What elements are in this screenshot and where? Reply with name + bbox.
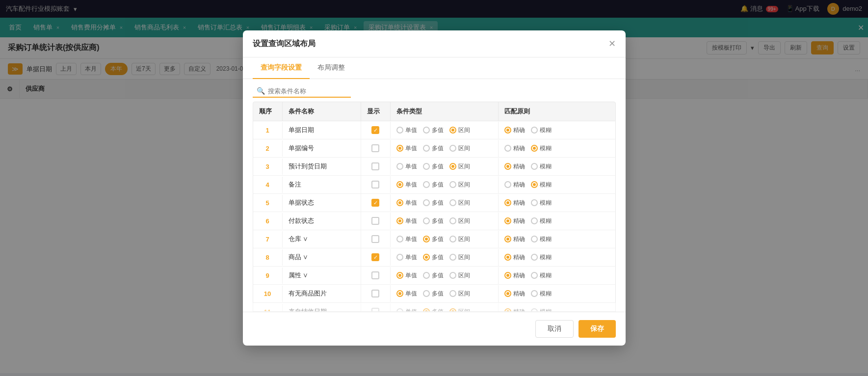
row-9-checkbox[interactable] (371, 271, 379, 279)
row-7-range[interactable]: 区间 (449, 235, 470, 243)
row-2-range[interactable]: 区间 (449, 144, 470, 153)
row-2-display[interactable] (361, 140, 391, 157)
row-7-checkbox[interactable] (371, 235, 379, 243)
row-1-single[interactable]: 单值 (396, 126, 417, 134)
row-1-fuzzy[interactable]: 模糊 (531, 126, 552, 134)
row-2-fuzzy[interactable]: 模糊 (531, 144, 552, 153)
row-4-multi[interactable]: 多值 (423, 181, 444, 189)
row-3-display[interactable] (361, 158, 391, 175)
radio-dot-selected (449, 308, 456, 312)
row-3-exact[interactable]: 精确 (504, 162, 525, 171)
dialog-close-button[interactable]: ✕ (608, 38, 616, 49)
row-5-display[interactable]: ✓ (361, 194, 391, 211)
row-7-display[interactable] (361, 231, 391, 247)
row-5-single[interactable]: 单值 (396, 199, 417, 207)
table-row: 8 商品 ∨ ✓ 单值 多值 区间 精确 模糊 (253, 248, 616, 267)
row-2-single[interactable]: 单值 (396, 144, 417, 153)
row-8-exact[interactable]: 精确 (504, 253, 525, 262)
row-6-checkbox[interactable] (371, 217, 379, 225)
row-5-match-rule: 精确 模糊 (499, 194, 616, 212)
table-row: 10 有无商品图片 单值 多值 区间 精确 模糊 (253, 285, 616, 303)
row-11-fuzzy[interactable]: 模糊 (531, 308, 552, 312)
row-5-range[interactable]: 区间 (449, 199, 470, 207)
row-6-single[interactable]: 单值 (396, 217, 417, 225)
dialog-table: 顺序 条件名称 显示 条件类型 匹配原则 1 单据日期 ✓ 单值 多值 区间 (253, 102, 616, 312)
row-5-multi[interactable]: 多值 (423, 199, 444, 207)
radio-dot-selected (504, 254, 511, 261)
row-11-display[interactable] (361, 303, 391, 312)
row-4-range[interactable]: 区间 (449, 181, 470, 189)
row-9-multi[interactable]: 多值 (423, 271, 444, 280)
row-6-range[interactable]: 区间 (449, 217, 470, 225)
row-11-range[interactable]: 区间 (449, 308, 470, 312)
radio-dot-selected (449, 163, 456, 170)
row-2-radio-group: 单值 多值 区间 (396, 144, 470, 153)
row-2-exact[interactable]: 精确 (504, 144, 525, 153)
row-8-range[interactable]: 区间 (449, 253, 470, 262)
row-10-exact[interactable]: 精确 (504, 290, 525, 298)
row-8-match-group: 精确 模糊 (504, 253, 552, 262)
radio-dot (396, 163, 403, 170)
row-9-range[interactable]: 区间 (449, 271, 470, 280)
row-5-checkbox[interactable]: ✓ (371, 199, 379, 207)
radio-dot (423, 272, 430, 279)
row-9-single[interactable]: 单值 (396, 271, 417, 280)
row-1-range[interactable]: 区间 (449, 126, 470, 134)
row-4-checkbox[interactable] (371, 181, 379, 188)
row-3-single[interactable]: 单值 (396, 162, 417, 171)
row-1-display[interactable]: ✓ (361, 122, 391, 138)
row-9-display[interactable] (361, 267, 391, 284)
cancel-button[interactable]: 取消 (535, 320, 574, 338)
row-3-range[interactable]: 区间 (449, 162, 470, 171)
row-7-exact[interactable]: 精确 (504, 235, 525, 243)
dialog-tab-layout[interactable]: 布局调整 (310, 57, 353, 79)
row-2-multi[interactable]: 多值 (423, 144, 444, 153)
row-10-multi[interactable]: 多值 (423, 290, 444, 298)
row-9-fuzzy[interactable]: 模糊 (531, 271, 552, 280)
row-3-fuzzy[interactable]: 模糊 (531, 162, 552, 171)
row-4-radio-group: 单值 多值 区间 (396, 181, 470, 189)
row-3-checkbox[interactable] (371, 162, 379, 170)
row-5-exact[interactable]: 精确 (504, 199, 525, 207)
row-10-fuzzy[interactable]: 模糊 (531, 290, 552, 298)
row-3-multi[interactable]: 多值 (423, 162, 444, 171)
dialog-search-area: 🔍 (243, 79, 626, 102)
row-6-exact[interactable]: 精确 (504, 217, 525, 225)
row-8-checkbox[interactable]: ✓ (371, 253, 379, 261)
row-8-fuzzy[interactable]: 模糊 (531, 253, 552, 262)
row-10-checkbox[interactable] (371, 290, 379, 297)
row-8-display[interactable]: ✓ (361, 249, 391, 266)
table-row: 3 预计到货日期 单值 多值 区间 精确 模糊 (253, 158, 616, 176)
row-6-display[interactable] (361, 213, 391, 229)
row-7-single[interactable]: 单值 (396, 235, 417, 243)
row-8-multi[interactable]: 多值 (423, 253, 444, 262)
radio-dot (423, 181, 430, 188)
row-11-exact[interactable]: 精确 (504, 308, 525, 312)
row-4-display[interactable] (361, 176, 391, 193)
row-4-single[interactable]: 单值 (396, 181, 417, 189)
row-5-cond-type: 单值 多值 区间 (391, 194, 499, 212)
row-10-single[interactable]: 单值 (396, 290, 417, 298)
row-11-multi[interactable]: 多值 (423, 308, 444, 312)
row-1-multi[interactable]: 多值 (423, 126, 444, 134)
row-4-fuzzy[interactable]: 模糊 (531, 181, 552, 189)
row-7-multi[interactable]: 多值 (423, 235, 444, 243)
row-11-checkbox[interactable] (371, 308, 379, 312)
row-1-exact[interactable]: 精确 (504, 126, 525, 134)
search-input[interactable] (268, 87, 337, 95)
row-7-fuzzy[interactable]: 模糊 (531, 235, 552, 243)
row-9-exact[interactable]: 精确 (504, 271, 525, 280)
row-2-checkbox[interactable] (371, 144, 379, 152)
row-1-checkbox[interactable]: ✓ (371, 126, 379, 134)
row-5-name: 单据状态 (283, 194, 361, 212)
save-button[interactable]: 保存 (579, 320, 616, 338)
row-11-single[interactable]: 单值 (396, 308, 417, 312)
row-10-range[interactable]: 区间 (449, 290, 470, 298)
row-4-exact[interactable]: 精确 (504, 181, 525, 189)
row-8-single[interactable]: 单值 (396, 253, 417, 262)
row-6-multi[interactable]: 多值 (423, 217, 444, 225)
row-6-fuzzy[interactable]: 模糊 (531, 217, 552, 225)
row-5-fuzzy[interactable]: 模糊 (531, 199, 552, 207)
dialog-tab-field-settings[interactable]: 查询字段设置 (253, 57, 310, 79)
row-10-display[interactable] (361, 285, 391, 302)
